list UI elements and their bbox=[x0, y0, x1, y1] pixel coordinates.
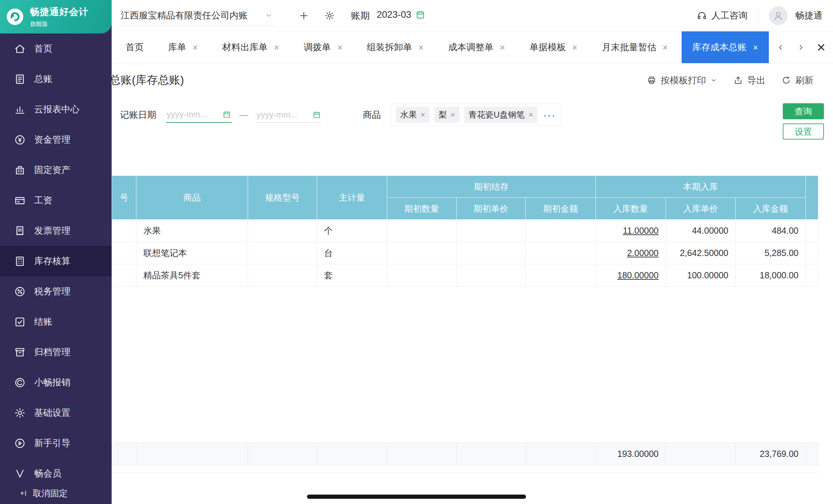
sidebar-item-label: 云报表中心 bbox=[34, 103, 80, 115]
summary-empty-cell bbox=[666, 443, 736, 465]
sidebar-item-tax[interactable]: 税务管理 bbox=[0, 276, 112, 307]
summary-empty-cell bbox=[136, 443, 248, 465]
inventory-icon bbox=[14, 255, 26, 267]
summary-empty-cell bbox=[248, 443, 317, 465]
sidebar-item-reimburse[interactable]: 小畅报销 bbox=[0, 367, 112, 398]
sidebar-item-cloud-report-center[interactable]: 云报表中心 bbox=[0, 94, 112, 125]
tabs-scroll-left-button[interactable] bbox=[772, 38, 790, 57]
inbound-qty-link[interactable]: 11.00000 bbox=[623, 226, 659, 235]
tab-close-icon[interactable]: × bbox=[662, 43, 668, 52]
add-account-set-button[interactable] bbox=[299, 10, 309, 21]
refresh-label: 刷新 bbox=[795, 74, 813, 86]
tag-remove-icon[interactable]: × bbox=[420, 111, 425, 119]
sidebar-item-inventory[interactable]: 库存核算 bbox=[0, 246, 112, 276]
sidebar-item-invoice[interactable]: 发票管理 bbox=[0, 216, 112, 246]
sidebar-item-general-ledger[interactable]: 总账 bbox=[0, 64, 112, 94]
tab-close-icon[interactable]: × bbox=[572, 43, 577, 52]
tab-close-icon[interactable]: × bbox=[193, 43, 198, 52]
opening-price-cell bbox=[457, 264, 526, 287]
rowno-cell bbox=[112, 264, 136, 287]
table-row[interactable]: 水果个11.0000044.00000484.00 bbox=[112, 220, 818, 242]
tab-close-icon[interactable]: × bbox=[419, 43, 424, 52]
product-cell: 精品茶具5件套 bbox=[136, 264, 248, 287]
sidebar-item-closing[interactable]: 结账 bbox=[0, 307, 112, 337]
tag-remove-icon[interactable]: × bbox=[450, 111, 455, 119]
sidebar-nav: 首页总账云报表中心资金管理固定资产工资发票管理库存核算税务管理结账归档管理小畅报… bbox=[0, 33, 112, 504]
tab-item-5[interactable]: 成本调整单× bbox=[438, 31, 516, 63]
guide-icon bbox=[14, 437, 26, 449]
print-by-template-button[interactable]: 按模板打印 bbox=[647, 74, 717, 86]
rowno-cell bbox=[112, 242, 136, 264]
date-to-input[interactable]: yyyy-mm... bbox=[256, 107, 322, 123]
product-cell: 水果 bbox=[136, 220, 248, 242]
headset-icon bbox=[697, 10, 707, 21]
tab-item-6[interactable]: 单据模板× bbox=[519, 31, 588, 63]
close-all-tabs-button[interactable]: × bbox=[812, 38, 830, 57]
archive-icon bbox=[14, 346, 26, 358]
tabs-scroll-right-button[interactable] bbox=[792, 38, 810, 57]
tab-close-icon[interactable]: × bbox=[337, 43, 342, 52]
unpin-sidebar-button[interactable]: 取消固定 bbox=[0, 482, 112, 504]
sidebar-item-salary[interactable]: 工资 bbox=[0, 185, 112, 216]
member-icon bbox=[14, 468, 26, 480]
refresh-button[interactable]: 刷新 bbox=[781, 74, 813, 86]
tab-item-2[interactable]: 材料出库单× bbox=[212, 31, 290, 63]
product-tag[interactable]: 青花瓷U盘钢笔× bbox=[464, 107, 537, 123]
period-picker[interactable]: 2023-03 bbox=[376, 8, 426, 23]
more-product-tags-icon[interactable]: ··· bbox=[543, 112, 556, 118]
inbound-qty-link[interactable]: 2.00000 bbox=[627, 248, 659, 258]
tab-item-4[interactable]: 组装拆卸单× bbox=[357, 31, 434, 63]
calendar-icon bbox=[223, 110, 231, 119]
query-button[interactable]: 查询 bbox=[783, 103, 824, 119]
product-tag[interactable]: 梨× bbox=[434, 107, 459, 123]
account-settings-gear-button[interactable] bbox=[324, 10, 335, 21]
filter-settings-button[interactable]: 设置 bbox=[783, 123, 824, 140]
tab-item-1[interactable]: 库单× bbox=[158, 31, 208, 63]
printer-icon bbox=[647, 75, 656, 85]
sidebar-item-fixed-assets[interactable]: 固定资产 bbox=[0, 155, 112, 185]
app-title: 畅捷通好会计 bbox=[30, 6, 89, 18]
tab-item-3[interactable]: 调拨单× bbox=[293, 31, 353, 63]
col-header-opening-qty: 期初数量 bbox=[387, 198, 457, 220]
opening-price-cell bbox=[457, 220, 526, 242]
sidebar-item-label: 工资 bbox=[34, 194, 52, 206]
tab-close-icon[interactable]: × bbox=[500, 43, 505, 52]
table-row[interactable]: 精品茶具5件套套180.00000100.0000018,000.00 bbox=[112, 264, 818, 287]
page-head: 总账(库存总账) 按模板打印 导出 刷新 bbox=[112, 69, 833, 91]
period-value: 2023-03 bbox=[377, 9, 411, 20]
tab-label: 成本调整单 bbox=[448, 41, 494, 53]
sidebar-item-funds[interactable]: 资金管理 bbox=[0, 125, 112, 155]
company-selector[interactable]: 江西服宝精品有限责任公司内账 bbox=[120, 5, 276, 26]
col-header-overflow bbox=[806, 176, 818, 220]
col-header-inbound-amount: 入库金额 bbox=[736, 198, 806, 220]
summary-empty-cell bbox=[457, 443, 526, 465]
sidebar-item-home[interactable]: 首页 bbox=[0, 33, 112, 64]
date-from-input[interactable]: yyyy-mm... bbox=[166, 107, 232, 123]
print-label: 按模板打印 bbox=[661, 74, 706, 86]
product-tags-box[interactable]: 水果×梨×青花瓷U盘钢笔×··· bbox=[391, 104, 561, 126]
tab-close-icon[interactable]: × bbox=[274, 43, 279, 52]
fixed-assets-icon bbox=[14, 164, 26, 176]
sidebar-item-basic-settings[interactable]: 基础设置 bbox=[0, 398, 112, 428]
tab-close-icon[interactable]: × bbox=[753, 43, 758, 52]
date-range-dash: — bbox=[239, 110, 248, 120]
avatar[interactable] bbox=[769, 6, 788, 25]
sidebar-item-label: 新手引导 bbox=[34, 437, 70, 449]
product-tag[interactable]: 水果× bbox=[396, 107, 429, 123]
sidebar-item-archive[interactable]: 归档管理 bbox=[0, 337, 112, 367]
tab-item-7[interactable]: 月末批量暂估× bbox=[591, 31, 678, 63]
export-button[interactable]: 导出 bbox=[733, 74, 765, 86]
sidebar-item-label: 税务管理 bbox=[34, 285, 70, 298]
sidebar-item-guide[interactable]: 新手引导 bbox=[0, 428, 112, 458]
horizontal-scrollbar[interactable] bbox=[307, 495, 526, 499]
live-support-button[interactable]: 人工咨询 bbox=[697, 9, 748, 22]
tab-label: 组装拆卸单 bbox=[367, 41, 412, 53]
inbound-qty-link[interactable]: 180.00000 bbox=[617, 270, 659, 280]
tag-remove-icon[interactable]: × bbox=[528, 111, 533, 119]
chevron-down-icon bbox=[710, 77, 717, 84]
col-header-inbound-price: 入库单价 bbox=[666, 198, 736, 220]
table-row[interactable]: 联想笔记本台2.000002,642.500005,285.00 bbox=[112, 242, 818, 264]
tab-item-8[interactable]: 库存成本总账× bbox=[682, 31, 768, 63]
caret-right-icon bbox=[797, 43, 805, 52]
tab-item-0[interactable]: 首页 bbox=[115, 31, 154, 63]
